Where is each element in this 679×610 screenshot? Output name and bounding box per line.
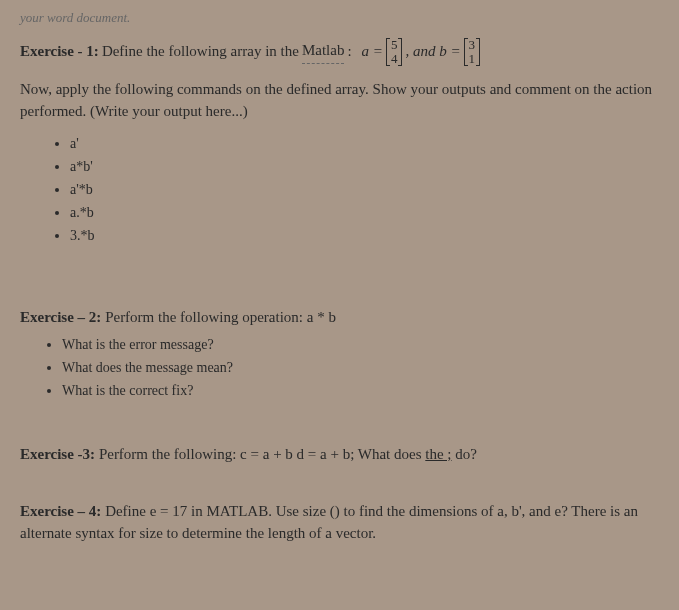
exercise-3-text-after: do? bbox=[455, 446, 477, 462]
list-item: a'*b bbox=[70, 179, 659, 200]
exercise-1-heading: Exercise - 1: bbox=[20, 40, 99, 63]
list-item: a*b' bbox=[70, 156, 659, 177]
vector-b-bot: 1 bbox=[469, 52, 476, 66]
exercise-2: Exercise – 2: Perform the following oper… bbox=[20, 306, 659, 402]
exercise-3-text-before: Perform the following: c = a + b d = a +… bbox=[99, 446, 422, 462]
exercise-1-instruction: Now, apply the following commands on the… bbox=[20, 78, 659, 123]
and-b-equals: , and b = bbox=[405, 40, 460, 63]
exercise-4: Exercise – 4: Define e = 17 in MATLAB. U… bbox=[20, 500, 659, 545]
list-item: a' bbox=[70, 133, 659, 154]
exercise-2-text: Perform the following operation: a * b bbox=[105, 309, 336, 325]
exercise-1-prompt: Exercise - 1: Define the following array… bbox=[20, 38, 659, 66]
vector-a-bot: 4 bbox=[391, 52, 398, 66]
exercise-4-heading: Exercise – 4: bbox=[20, 503, 101, 519]
previous-page-cutoff: your word document. bbox=[20, 8, 659, 28]
exercise-1: Exercise - 1: Define the following array… bbox=[20, 38, 659, 246]
the-semicolon: the ; bbox=[425, 446, 451, 462]
exercise-3: Exercise -3: Perform the following: c = … bbox=[20, 443, 659, 466]
list-item: What does the message mean? bbox=[62, 357, 659, 378]
exercise-2-list: What is the error message? What does the… bbox=[20, 334, 659, 401]
exercise-2-heading: Exercise – 2: bbox=[20, 309, 101, 325]
vector-a-top: 5 bbox=[391, 38, 398, 52]
vector-a: 5 4 bbox=[386, 38, 403, 66]
exercise-1-text-before: Define the following array in the bbox=[102, 40, 299, 63]
colon: : bbox=[347, 40, 351, 63]
matlab-word: Matlab bbox=[302, 39, 345, 64]
list-item: a.*b bbox=[70, 202, 659, 223]
a-equals: a = bbox=[362, 40, 383, 63]
list-item: What is the correct fix? bbox=[62, 380, 659, 401]
exercise-4-text: Define e = 17 in MATLAB. Use size () to … bbox=[20, 503, 638, 542]
list-item: 3.*b bbox=[70, 225, 659, 246]
exercise-1-list: a' a*b' a'*b a.*b 3.*b bbox=[20, 133, 659, 246]
exercise-3-heading: Exercise -3: bbox=[20, 446, 95, 462]
list-item: What is the error message? bbox=[62, 334, 659, 355]
vector-b: 3 1 bbox=[464, 38, 481, 66]
exercise-2-prompt: Exercise – 2: Perform the following oper… bbox=[20, 306, 659, 329]
vector-b-top: 3 bbox=[469, 38, 476, 52]
